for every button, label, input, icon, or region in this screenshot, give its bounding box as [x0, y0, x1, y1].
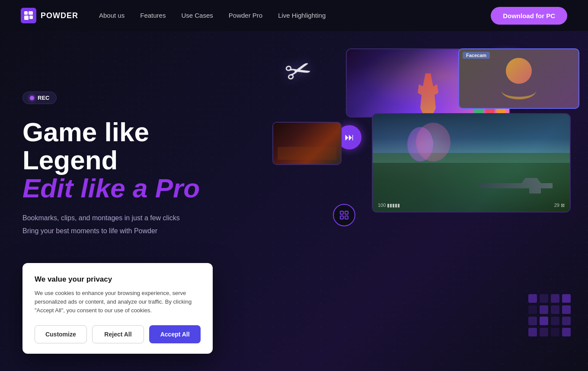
svg-rect-2 [24, 16, 29, 20]
grid-icon [333, 204, 355, 226]
hero-title-line2: Edit like a Pro [22, 174, 242, 202]
accept-all-button[interactable]: Accept All [149, 325, 201, 343]
nav-powder-pro[interactable]: Powder Pro [229, 12, 262, 19]
hud-ammo: 29 ⊠ [554, 203, 565, 208]
svg-rect-0 [24, 11, 28, 15]
svg-rect-1 [29, 11, 33, 15]
game-screenshot-large: 100 ▮▮▮▮▮ 29 ⊠ [372, 113, 571, 212]
cookie-banner: We value your privacy We use cookies to … [22, 263, 213, 354]
cookie-title: We value your privacy [35, 275, 201, 284]
logo-icon [21, 8, 36, 23]
nav-about[interactable]: About us [99, 12, 125, 19]
cookie-buttons: Customize Reject All Accept All [35, 325, 201, 343]
nav-use-cases[interactable]: Use Cases [181, 12, 213, 19]
nav-features[interactable]: Features [140, 12, 166, 19]
reject-all-button[interactable]: Reject All [92, 325, 144, 343]
logo[interactable]: POWDER [21, 8, 78, 23]
rec-badge: REC [22, 92, 57, 104]
hero-visuals: ✂ CC Facecam [259, 31, 588, 371]
fast-forward-icon: ⏭ [345, 132, 354, 143]
scissors-icon: ✂ [281, 50, 316, 92]
decorative-squares [528, 294, 571, 336]
customize-button[interactable]: Customize [35, 325, 87, 343]
cookie-text: We use cookies to enhance your browsing … [35, 289, 201, 315]
hud-stats: 100 ▮▮▮▮▮ [378, 203, 400, 208]
svg-rect-7 [345, 216, 348, 219]
hero-title-line1: Game like Legend [22, 118, 242, 174]
character-silhouette [415, 73, 441, 117]
download-button[interactable]: Download for PC [491, 7, 567, 25]
facecam-person [459, 49, 578, 108]
nav-live-highlighting[interactable]: Live Highlighting [278, 12, 326, 19]
game-screenshot-small [272, 122, 342, 165]
navbar: POWDER About us Features Use Cases Powde… [0, 0, 588, 31]
logo-text: POWDER [41, 11, 78, 20]
svg-rect-4 [340, 211, 343, 214]
hero-section: REC Game like Legend Edit like a Pro Boo… [0, 31, 588, 371]
facecam-box: Facecam [458, 48, 579, 109]
svg-rect-5 [345, 211, 348, 214]
hero-subtitle-1: Bookmarks, clips, and montages in just a… [22, 212, 242, 224]
svg-rect-6 [340, 216, 343, 219]
hero-left: REC Game like Legend Edit like a Pro Boo… [0, 57, 242, 238]
rec-dot [30, 96, 34, 100]
hero-subtitle-2: Bring your best moments to life with Pow… [22, 225, 242, 237]
game-screenshot-small-inner [273, 123, 341, 164]
game-screenshot-large-inner: 100 ▮▮▮▮▮ 29 ⊠ [373, 114, 570, 212]
rec-label: REC [38, 95, 49, 101]
face-circle [506, 58, 532, 84]
nav-links: About us Features Use Cases Powder Pro L… [99, 12, 491, 19]
svg-rect-3 [29, 16, 33, 19]
